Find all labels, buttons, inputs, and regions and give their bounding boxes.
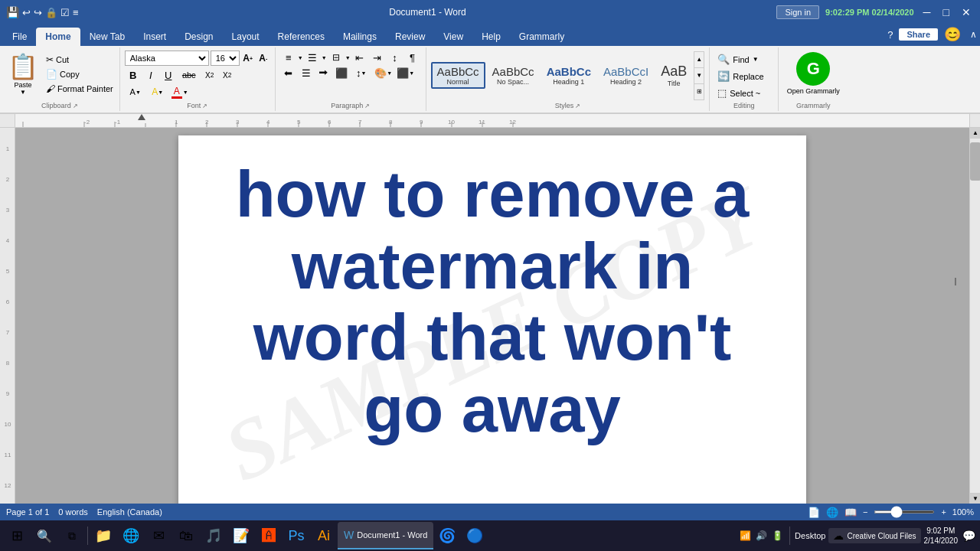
style-no-spacing[interactable]: AaBbCc No Spac...	[487, 63, 540, 88]
scroll-track[interactable]	[970, 139, 980, 493]
taskbar-app-edge[interactable]: 🌀	[433, 522, 461, 549]
taskbar-app-creative[interactable]: 🅰	[255, 522, 283, 549]
font-size-select[interactable]: 16	[211, 51, 240, 66]
taskbar-app-chrome[interactable]: 🔵	[461, 522, 488, 549]
scroll-top-arrow[interactable]: ▲	[970, 128, 980, 139]
increase-font-button[interactable]: A+	[241, 51, 255, 66]
zoom-slider[interactable]	[874, 510, 935, 514]
subscript-button[interactable]: X2	[201, 67, 218, 83]
undo-arrow-icon[interactable]: ↪	[34, 7, 42, 18]
format-painter-button[interactable]: 🖌 Format Painter	[44, 83, 115, 95]
tab-view[interactable]: View	[434, 28, 472, 46]
tab-references[interactable]: References	[269, 28, 334, 46]
line-spacing-button[interactable]: ↕▼	[351, 66, 372, 80]
styles-more-button[interactable]: ⊞	[694, 84, 704, 99]
paragraph-expand-icon[interactable]: ↗	[364, 103, 370, 109]
taskbar-app-music[interactable]: 🎵	[200, 522, 227, 549]
select-button[interactable]: ⬚ Select ~	[714, 86, 773, 100]
numbering-button[interactable]: ☰	[304, 51, 321, 64]
tab-design[interactable]: Design	[175, 28, 222, 46]
styles-scroll-up[interactable]: ▲	[694, 52, 704, 68]
paste-dropdown-icon[interactable]: ▼	[20, 89, 26, 96]
superscript-button[interactable]: X2	[219, 67, 236, 83]
highlight-color-button[interactable]: A▼	[147, 84, 168, 99]
font-name-select[interactable]: Alaska	[125, 51, 209, 66]
show-formatting-button[interactable]: ¶	[404, 51, 421, 64]
close-icon[interactable]: ✕	[959, 6, 974, 18]
font-expand-icon[interactable]: ↗	[202, 103, 207, 109]
tab-layout[interactable]: Layout	[223, 28, 269, 46]
align-right-button[interactable]: ⮕	[315, 66, 332, 80]
scroll-bottom-arrow[interactable]: ▼	[970, 493, 980, 504]
share-button[interactable]: Share	[899, 28, 938, 41]
read-view-icon[interactable]: 📖	[844, 507, 857, 518]
taskbar-app-browser[interactable]: 🌐	[117, 522, 145, 549]
help-icon[interactable]: ?	[887, 29, 893, 41]
volume-icon[interactable]: 🔊	[754, 530, 769, 541]
scroll-thumb[interactable]	[970, 142, 980, 181]
accessibility-icon[interactable]: ☑	[60, 7, 70, 18]
open-grammarly-button[interactable]: G	[796, 52, 830, 86]
taskbar-app-explorer[interactable]: 📁	[90, 522, 117, 549]
battery-icon[interactable]: 🔋	[770, 530, 785, 541]
taskbar-app-word[interactable]: W Document1 - Word	[338, 522, 433, 549]
sign-in-button[interactable]: Sign in	[776, 5, 819, 19]
find-button[interactable]: 🔍 Find ▼	[714, 52, 773, 67]
multilevel-list-button[interactable]: ⊟	[328, 51, 345, 64]
tab-mailings[interactable]: Mailings	[334, 28, 386, 46]
tab-new-tab[interactable]: New Tab	[80, 28, 134, 46]
copy-button[interactable]: 📄 Copy	[44, 68, 115, 80]
clipboard-expand-icon[interactable]: ↗	[73, 103, 78, 109]
task-view-button[interactable]: ⧉	[58, 522, 86, 549]
more-commands-icon[interactable]: ≡	[73, 7, 79, 18]
undo-icon[interactable]: ↩	[22, 7, 31, 18]
replace-button[interactable]: 🔄 Replace	[714, 69, 773, 83]
styles-scroll-down[interactable]: ▼	[694, 68, 704, 84]
font-color-button[interactable]: A ▼	[169, 84, 191, 99]
taskbar-app-ai[interactable]: Ai	[310, 522, 338, 549]
start-button[interactable]: ⊞	[3, 522, 31, 549]
network-icon[interactable]: 📶	[738, 530, 753, 541]
tab-grammarly[interactable]: Grammarly	[510, 28, 573, 46]
align-left-button[interactable]: ⬅	[280, 66, 297, 80]
strikethrough-button[interactable]: abc	[178, 67, 201, 83]
notification-icon[interactable]: 💬	[961, 530, 977, 542]
justify-button[interactable]: ⬛	[333, 66, 350, 80]
taskbar-app-notepad[interactable]: 📝	[227, 522, 255, 549]
doc-view-icon[interactable]: 📄	[808, 507, 820, 518]
feedback-smiley[interactable]: 😊	[944, 26, 961, 43]
style-title[interactable]: AaB Title	[655, 61, 692, 90]
taskbar-app-store[interactable]: 🛍	[172, 522, 200, 549]
document-scroll-area[interactable]: SAMPLE COPY how to remove a watermark in…	[15, 128, 969, 504]
cut-button[interactable]: ✂ Cut	[44, 54, 115, 66]
paste-button[interactable]: 📋 Paste ▼	[5, 51, 41, 97]
decrease-font-button[interactable]: A-	[256, 51, 270, 66]
cloud-files-app[interactable]: ☁ Creative Cloud Files	[828, 528, 920, 543]
save-icon[interactable]: 💾	[6, 6, 19, 18]
search-button[interactable]: 🔍	[31, 522, 58, 549]
decrease-indent-button[interactable]: ⇤	[351, 51, 368, 64]
borders-button[interactable]: ⬛▼	[395, 66, 416, 80]
minimize-icon[interactable]: ─	[920, 6, 934, 18]
bullets-button[interactable]: ≡	[280, 51, 297, 64]
style-normal[interactable]: AaBbCc Normal	[431, 62, 485, 89]
tab-help[interactable]: Help	[472, 28, 510, 46]
taskbar-app-mail[interactable]: ✉	[145, 522, 172, 549]
zoom-in-icon[interactable]: +	[941, 507, 946, 517]
zoom-out-icon[interactable]: −	[863, 507, 867, 517]
tab-file[interactable]: File	[3, 28, 36, 46]
italic-button[interactable]: I	[142, 67, 159, 83]
style-heading2[interactable]: AaBbCcI Heading 2	[598, 63, 654, 88]
styles-expand-icon[interactable]: ↗	[575, 103, 580, 109]
shading-button[interactable]: 🎨▼	[373, 66, 394, 80]
web-view-icon[interactable]: 🌐	[826, 507, 838, 518]
sort-button[interactable]: ↕	[387, 51, 403, 64]
underline-button[interactable]: U	[160, 67, 177, 83]
tab-home[interactable]: Home	[36, 28, 80, 46]
align-center-button[interactable]: ☰	[298, 66, 315, 80]
increase-indent-button[interactable]: ⇥	[369, 51, 386, 64]
ribbon-collapse-icon[interactable]: ∧	[967, 29, 980, 40]
style-heading1[interactable]: AaBbCc Heading 1	[541, 63, 596, 88]
maximize-icon[interactable]: □	[940, 6, 952, 18]
bold-button[interactable]: B	[125, 67, 142, 83]
